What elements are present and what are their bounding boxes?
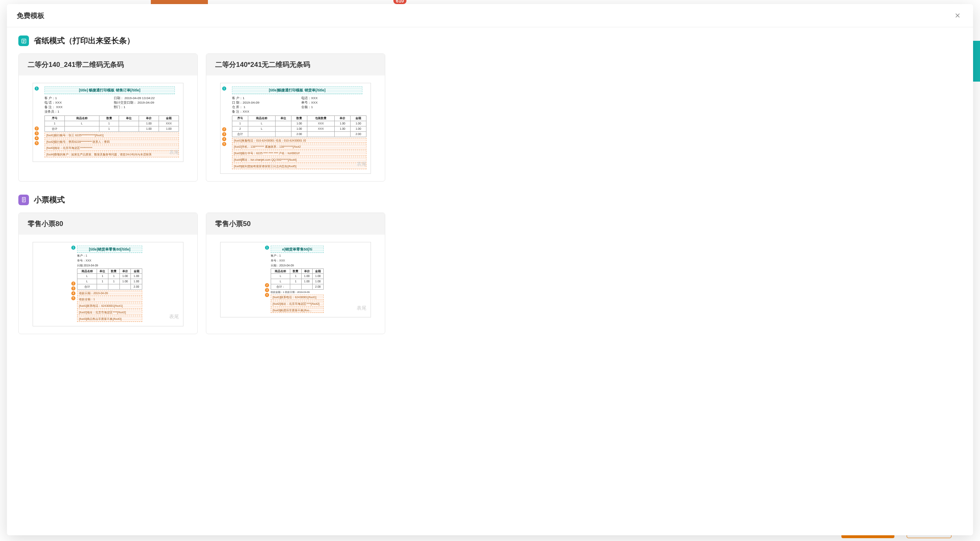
kv: 客 户：1 [44, 96, 110, 100]
card-title: 零售小票50 [206, 213, 385, 235]
marker-2-icon: 2 [71, 282, 75, 286]
tpl-foot: [foot3]地址：北京市海淀区*********** [44, 145, 179, 151]
kv: 部门：1 [114, 105, 179, 109]
modal-body[interactable]: 省纸模式（打印出来竖长条） 二等分140_241带二维码无条码 1 [title… [7, 27, 973, 535]
section-title-compact: 省纸模式（打印出来竖长条） [34, 35, 135, 46]
card-title: 二等分140*241无二维码无条码 [206, 54, 385, 75]
tpl-foot: [foot3]购货后非质量不换[/foo... [271, 308, 324, 313]
template-card-receipt-0[interactable]: 零售小票80 1 [title]销货单零售80[/title] 客户：1 单号：… [18, 213, 198, 334]
kv: 单号：XXX [301, 100, 366, 105]
tpl-foot: [foot5]收到货如有需要请保留三日之内告知[/foot5] [232, 164, 366, 169]
marker-3-icon: 3 [35, 131, 39, 135]
receipt-cards: 零售小票80 1 [title]销货单零售80[/title] 客户：1 单号：… [18, 213, 962, 334]
tpl-header: [title]销货单零售80[/title] [77, 246, 142, 253]
section-compact: 省纸模式（打印出来竖长条） 二等分140_241带二维码无条码 1 [title… [18, 35, 962, 182]
close-button[interactable] [952, 10, 963, 21]
tpl-foot: [foot2]地址：北京市海淀区****[/foot2] [77, 310, 142, 315]
tpl-foot: [foot2]银行账号：李四6228********** 联系人：李四 [44, 139, 179, 145]
tpl-table: 商品名称数量单价金额 L11.001.00 L11.001.00 合计：2.00 [271, 268, 324, 290]
tpl-foot: [foot4]尊敬的客户：如发生产品质量、数量及服务等问题，请您24小时内与本店… [44, 152, 179, 157]
kv: 电话：XXX [301, 96, 366, 100]
kv: 金额：1 [301, 105, 366, 109]
tpl-foot: [foot1]联系电话：62430001[/foot1] [77, 303, 142, 309]
section-receipt: 小票模式 零售小票80 1 [title]销货单零售80[/title] 客户：… [18, 195, 962, 334]
kv: 备 注： XXX [44, 105, 110, 109]
tpl-header: [title] 畅捷通打印模板 销售订单[/title] [44, 86, 175, 94]
watermark: 表尾 [357, 305, 366, 312]
kv: 日期：2019-04-09 [271, 264, 324, 268]
tpl-table: 商品名称单位数量单价金额 L111.001.00 L111.001.00 合计2… [77, 268, 142, 290]
tpl-foot: [foot1]客服电话：010-62430001 传真：010-62430001… [232, 138, 366, 144]
close-icon [954, 12, 961, 19]
tpl-foot: [foot1]联系电话：62430001[/foot1] [271, 295, 324, 300]
template-preview: 1 [title]销货单零售80[/title] 客户：1 单号：XXX 日期 … [33, 242, 183, 326]
marker-1-icon: 1 [222, 86, 226, 91]
tpl-foot: [foot1]银行账号：张三 6225************[/foot1] [44, 133, 179, 138]
section-head-compact: 省纸模式（打印出来竖长条） [18, 35, 962, 46]
kv: 客 户：1 [232, 96, 297, 100]
template-modal: 免费模板 省纸模式（打印出来竖长条） 二等分140_241带二维码无条码 1 [7, 4, 973, 535]
tpl-foot: [foot3]商品售出非质量不换[/foot3] [77, 316, 142, 322]
marker-1-icon: 1 [265, 246, 269, 250]
template-card-receipt-1[interactable]: 零售小票50 1 e]销货单零售50[/ti 客户：1 单号：XXX 日期：20… [206, 213, 385, 334]
card-preview: 1 e]销货单零售50[/ti 客户：1 单号：XXX 日期：2019-04-0… [206, 235, 385, 325]
kv: 客户：1 [271, 254, 324, 258]
tpl-foot: [foot4]网址：hzr.chanjet.com QQ:593******[/… [232, 157, 366, 163]
marker-1-icon: 1 [71, 246, 75, 250]
tpl-table: 序号商品名称 数量单位 单价金额 1L11.00XXX 合计11.001.00 [44, 115, 179, 131]
tpl-header: [title]畅捷通打印模板 销货单[/title] [232, 86, 362, 94]
tpl-header: e]销货单零售50[/ti [271, 246, 324, 253]
marker-4-icon: 4 [265, 293, 269, 297]
template-preview: 1 [title] 畅捷通打印模板 销售订单[/title] 客 户：1 电 话… [33, 83, 183, 162]
marker-4-icon: 4 [71, 291, 75, 295]
marker-3-icon: 3 [265, 288, 269, 292]
card-preview: 1 [title]畅捷通打印模板 销货单[/title] 客 户：1 日 期：2… [206, 75, 385, 181]
kv: 日期： 2019-04-09 13:04:22 [114, 96, 179, 100]
marker-2-icon: 2 [222, 127, 226, 131]
watermark: 表尾 [169, 149, 179, 156]
card-title: 二等分140_241带二维码无条码 [19, 54, 197, 75]
kv: 日期 2019-04-09 [77, 264, 142, 268]
kv: 业务员：1 [44, 109, 110, 114]
tpl-foot: 收款金额：1 [77, 297, 142, 302]
receipt-mode-icon [18, 195, 29, 205]
marker-4-icon: 4 [222, 137, 226, 141]
marker-3-icon: 3 [222, 132, 226, 136]
section-title-receipt: 小票模式 [34, 195, 65, 205]
kv: 电 话：XXX [44, 100, 110, 105]
modal-title: 免费模板 [17, 11, 44, 20]
marker-5-icon: 5 [35, 141, 39, 145]
tpl-foot: [foot2]手机：138******** 紧急联系：138********[/… [232, 144, 366, 150]
marker-3-icon: 3 [71, 286, 75, 290]
marker-2-icon: 2 [35, 126, 39, 131]
kv: 单号：XXX [271, 259, 324, 263]
kv: 备 注：XXX [232, 109, 297, 114]
compact-cards: 二等分140_241带二维码无条码 1 [title] 畅捷通打印模板 销售订单… [18, 53, 962, 182]
tpl-table: 序号商品名称 单位数量 包装数量单价 金额 1L1.00XXX1.001.00 … [232, 115, 366, 137]
extra-row: 收款金额：1 收款日期：2019-04-09 [271, 290, 324, 294]
marker-5-icon: 5 [71, 296, 75, 300]
kv: 单号：XXX [77, 259, 142, 263]
marker-4-icon: 4 [35, 136, 39, 140]
card-title: 零售小票80 [19, 213, 197, 235]
kv: 日 期：2019-04-09 [232, 100, 297, 105]
template-preview: 1 e]销货单零售50[/ti 客户：1 单号：XXX 日期：2019-04-0… [220, 242, 371, 318]
tpl-foot: [foot2]地址：北京市海淀区****[/foot2] [271, 301, 324, 307]
watermark: 表尾 [169, 313, 179, 320]
modal-header: 免费模板 [7, 4, 973, 27]
compact-mode-icon [18, 35, 29, 46]
card-preview: 1 [title]销货单零售80[/title] 客户：1 单号：XXX 日期 … [19, 235, 197, 334]
watermark: 表尾 [357, 161, 366, 168]
tpl-foot: 收款日期：2019-04-09 [77, 290, 142, 296]
template-card-compact-1[interactable]: 二等分140*241无二维码无条码 1 [title]畅捷通打印模板 销货单[/… [206, 53, 385, 182]
kv: 仓 库： 1 [232, 105, 297, 109]
tpl-foot: [foot3]银行卡号：6225 **** **** **** 户名：hzr00… [232, 151, 366, 156]
marker-1-icon: 1 [35, 86, 39, 91]
kv: 客户：1 [77, 254, 142, 258]
kv: 预计交货日期： 2019-04-09 [114, 100, 179, 105]
template-preview: 1 [title]畅捷通打印模板 销货单[/title] 客 户：1 日 期：2… [220, 83, 371, 174]
marker-2-icon: 2 [265, 283, 269, 287]
template-card-compact-0[interactable]: 二等分140_241带二维码无条码 1 [title] 畅捷通打印模板 销售订单… [18, 53, 198, 182]
section-head-receipt: 小票模式 [18, 195, 962, 205]
marker-5-icon: 5 [222, 142, 226, 146]
